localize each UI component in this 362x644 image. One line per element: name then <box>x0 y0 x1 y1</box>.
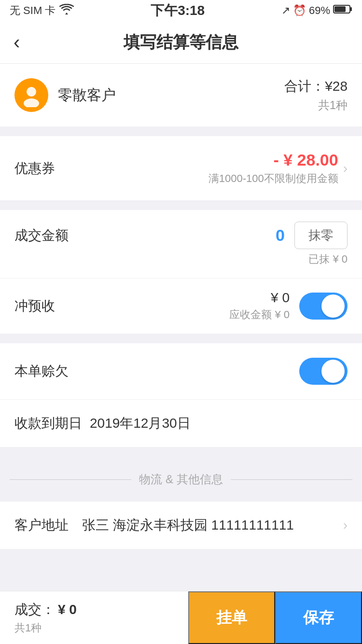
prepay-toggle[interactable] <box>299 293 348 320</box>
transaction-right-area: 0 抹零 <box>276 222 348 249</box>
prepay-values: ¥ 0 应收金额 ¥ 0 <box>229 290 290 322</box>
address-arrow-icon: › <box>343 518 348 533</box>
transaction-sub: 已抹 ¥ 0 <box>14 252 348 266</box>
due-date-value: 2019年12月30日 <box>90 414 191 433</box>
logistics-section: 物流 & 其他信息 <box>0 462 362 497</box>
bottom-transaction-label: 成交： <box>14 601 55 619</box>
coupon-label: 优惠券 <box>14 159 82 178</box>
prepay-right: ¥ 0 应收金额 ¥ 0 <box>229 290 348 322</box>
toggle-knob <box>321 294 345 318</box>
bottom-transaction-value: ¥ 0 <box>58 602 77 617</box>
battery-label: 69% <box>309 4 330 17</box>
customer-section: 零散客户 合计：¥28 共1种 <box>0 64 362 126</box>
prepay-label: 冲预收 <box>14 297 55 315</box>
location-icon: ↗ <box>281 4 290 17</box>
debt-label: 本单赊欠 <box>14 362 69 380</box>
coupon-desc: 满1000-100不限制使用金额 <box>209 171 338 186</box>
transaction-section: 成交金额 0 抹零 已抹 ¥ 0 冲预收 ¥ 0 应收金额 ¥ 0 <box>0 210 362 334</box>
svg-point-4 <box>24 98 39 107</box>
due-date-row: 收款到期日 2019年12月30日 <box>0 400 362 448</box>
transaction-value: 0 <box>276 226 285 245</box>
coupon-section: 优惠券 - ¥ 28.00 满1000-100不限制使用金额 › <box>0 136 362 200</box>
status-bar: 无 SIM 卡 下午3:18 ↗ ⏰ 69% <box>0 0 362 21</box>
sim-label: 无 SIM 卡 <box>10 3 56 18</box>
address-section[interactable]: 客户地址 张三 海淀永丰科技园 11111111111 › <box>0 502 362 549</box>
customer-right: 合计：¥28 共1种 <box>284 77 348 113</box>
prepay-row: 冲预收 ¥ 0 应收金额 ¥ 0 <box>0 279 362 334</box>
save-button[interactable]: 保存 <box>275 591 362 644</box>
status-right: ↗ ⏰ 69% <box>281 4 352 17</box>
svg-rect-1 <box>350 7 352 11</box>
hang-order-button[interactable]: 挂单 <box>188 591 275 644</box>
transaction-top: 成交金额 0 抹零 <box>14 222 348 249</box>
back-button[interactable]: ‹ <box>14 31 20 53</box>
divider-1 <box>0 126 362 136</box>
customer-total: 合计：¥28 <box>284 77 348 96</box>
address-value: 张三 海淀永丰科技园 11111111111 <box>82 516 343 534</box>
nav-bar: ‹ 填写结算等信息 <box>0 21 362 64</box>
coupon-arrow-icon: › <box>343 161 348 176</box>
round-zero-button[interactable]: 抹零 <box>294 222 348 249</box>
alarm-icon: ⏰ <box>293 4 306 17</box>
due-date-label: 收款到期日 <box>14 414 82 433</box>
customer-count: 共1种 <box>284 98 348 113</box>
nav-title: 填写结算等信息 <box>124 31 238 54</box>
coupon-row[interactable]: 优惠券 - ¥ 28.00 满1000-100不限制使用金额 › <box>0 136 362 200</box>
bottom-count: 共1种 <box>14 621 174 635</box>
prepay-sub: 应收金额 ¥ 0 <box>229 308 290 322</box>
bottom-bar: 成交： ¥ 0 共1种 挂单 保存 <box>0 591 362 644</box>
status-time: 下午3:18 <box>151 1 205 20</box>
divider-5 <box>0 497 362 502</box>
logistics-text: 物流 & 其他信息 <box>139 472 223 487</box>
wifi-icon <box>59 4 74 17</box>
prepay-amount: ¥ 0 <box>229 290 290 306</box>
customer-left: 零散客户 <box>14 78 116 112</box>
divider-3 <box>0 334 362 343</box>
svg-point-3 <box>27 87 36 97</box>
svg-rect-2 <box>334 6 346 12</box>
customer-avatar <box>14 78 48 112</box>
transaction-row: 成交金额 0 抹零 已抹 ¥ 0 <box>0 210 362 279</box>
bottom-transaction-row: 成交： ¥ 0 <box>14 601 174 619</box>
logistics-line-left <box>10 479 131 480</box>
coupon-value-area: - ¥ 28.00 满1000-100不限制使用金额 <box>209 151 338 186</box>
status-left: 无 SIM 卡 <box>10 3 74 18</box>
coupon-right: - ¥ 28.00 满1000-100不限制使用金额 › <box>209 151 348 186</box>
debt-toggle-knob <box>321 360 345 383</box>
bottom-info: 成交： ¥ 0 共1种 <box>0 591 188 644</box>
debt-toggle[interactable] <box>299 358 348 385</box>
divider-4 <box>0 448 362 462</box>
divider-2 <box>0 200 362 210</box>
battery-icon <box>333 4 352 17</box>
customer-name: 零散客户 <box>58 85 116 105</box>
content: 零散客户 合计：¥28 共1种 优惠券 - ¥ 28.00 满1000-100不… <box>0 64 362 607</box>
debt-section: 本单赊欠 <box>0 343 362 400</box>
address-label: 客户地址 <box>14 516 72 534</box>
coupon-amount: - ¥ 28.00 <box>273 151 338 169</box>
logistics-line-right <box>231 479 352 480</box>
transaction-label: 成交金额 <box>14 226 69 245</box>
logistics-divider-line: 物流 & 其他信息 <box>10 472 352 487</box>
